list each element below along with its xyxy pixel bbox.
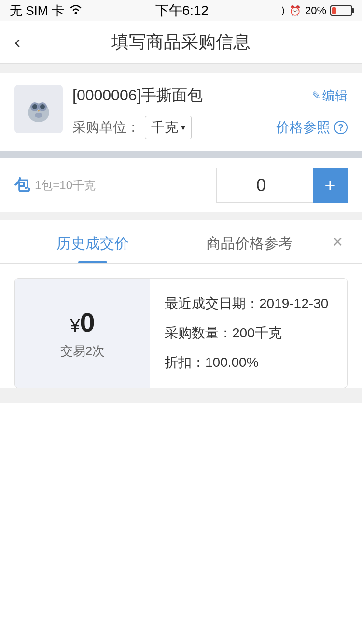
quantity-input[interactable] <box>216 168 313 203</box>
product-top-row: [0000006]手撕面包 ✎ 编辑 <box>72 85 348 106</box>
back-button[interactable]: ‹ <box>14 32 20 53</box>
bottom-fill <box>0 403 362 644</box>
battery-percent: 20% <box>305 4 326 17</box>
price-amount: ¥0 <box>70 307 95 338</box>
price-card: ¥0 交易2次 最近成交日期：2019-12-30 采购数量：200千克 折扣：… <box>14 278 348 388</box>
svg-point-0 <box>74 12 77 14</box>
product-thumbnail <box>14 85 63 133</box>
status-time: 下午6:12 <box>155 1 209 20</box>
alarm-icon: ⏰ <box>289 5 301 16</box>
product-logo-icon <box>22 92 56 126</box>
tab-bar: 历史成交价 商品价格参考 × <box>0 220 362 264</box>
svg-point-6 <box>35 113 42 118</box>
currency-symbol: ¥ <box>70 316 80 336</box>
status-bar: 无 SIM 卡 下午6:12 ⟩ ⏰ 20% <box>0 0 362 21</box>
quantity-input-row: + <box>216 168 348 203</box>
svg-point-5 <box>40 104 45 109</box>
wifi-icon <box>69 4 83 17</box>
unit-conversion: 1包=10千克 <box>35 178 96 193</box>
quantity-plus-button[interactable]: + <box>313 168 348 203</box>
quantity-section: 包 1包=10千克 + <box>0 158 362 212</box>
unit-label: 采购单位： 千克 ▾ <box>72 116 192 139</box>
edit-link[interactable]: ✎ 编辑 <box>312 87 348 104</box>
question-icon: ? <box>334 121 348 134</box>
price-card-right: 最近成交日期：2019-12-30 采购数量：200千克 折扣：100.00% <box>150 279 347 388</box>
status-right-group: ⟩ ⏰ 20% <box>281 4 352 17</box>
price-card-left: ¥0 交易2次 <box>15 279 150 388</box>
quantity-unit-info: 包 1包=10千克 <box>14 175 96 196</box>
svg-point-4 <box>32 104 37 109</box>
price-panel: 历史成交价 商品价格参考 × ¥0 交易2次 最近成交日期：2019-12-30… <box>0 220 362 388</box>
unit-box-label: 包 <box>14 175 30 196</box>
price-transactions: 交易2次 <box>60 343 105 360</box>
unit-select-dropdown[interactable]: 千克 ▾ <box>145 116 192 139</box>
price-detail-qty: 采购数量：200千克 <box>165 322 333 344</box>
price-detail-date: 最近成交日期：2019-12-30 <box>165 293 333 315</box>
chevron-down-icon: ▾ <box>181 122 185 133</box>
status-carrier: 无 SIM 卡 <box>10 2 83 19</box>
tab-product-price-ref[interactable]: 商品价格参考 <box>171 220 327 263</box>
product-section: [0000006]手撕面包 ✎ 编辑 采购单位： 千克 ▾ 价格参照 ? <box>0 73 362 151</box>
battery-indicator <box>330 5 352 16</box>
product-info: [0000006]手撕面包 ✎ 编辑 采购单位： 千克 ▾ 价格参照 ? <box>72 85 348 139</box>
product-name: [0000006]手撕面包 <box>72 85 203 106</box>
gray-divider-band <box>0 151 362 158</box>
edit-icon: ✎ <box>312 89 320 102</box>
price-ref-link[interactable]: 价格参照 ? <box>276 118 348 137</box>
close-panel-button[interactable]: × <box>328 227 348 257</box>
product-header: [0000006]手撕面包 ✎ 编辑 采购单位： 千克 ▾ 价格参照 ? <box>14 85 348 139</box>
tab-history-price[interactable]: 历史成交价 <box>14 220 171 263</box>
product-unit-row: 采购单位： 千克 ▾ 价格参照 ? <box>72 116 348 139</box>
nav-header: ‹ 填写商品采购信息 <box>0 21 362 64</box>
location-icon: ⟩ <box>281 5 285 16</box>
price-detail-discount: 折扣：100.00% <box>165 352 333 374</box>
page-title: 填写商品采购信息 <box>111 30 251 54</box>
